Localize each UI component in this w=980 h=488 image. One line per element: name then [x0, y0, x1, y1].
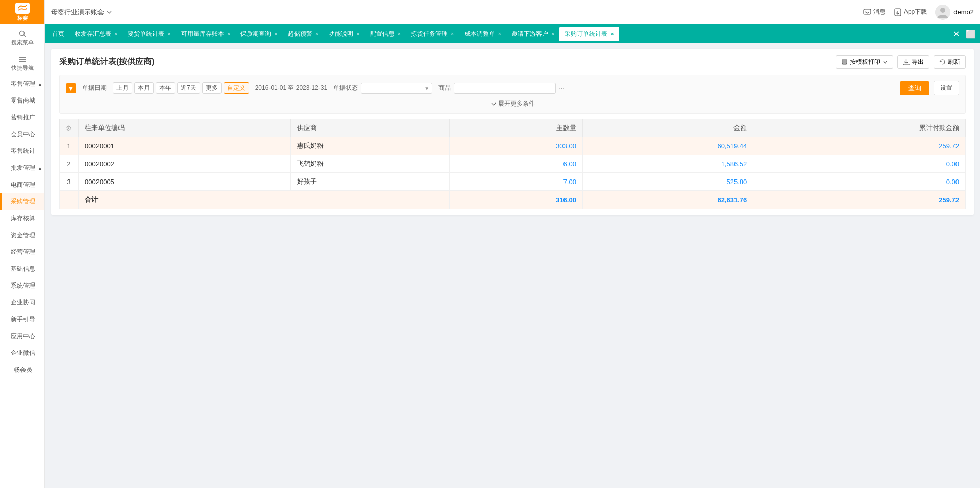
tabbar: 首页收发存汇总表×要货单统计表×可用量库存账本×保质期查询×超储预警×功能说明×…	[45, 24, 980, 43]
tab-config[interactable]: 配置信息×	[365, 27, 406, 41]
tab-home[interactable]: 首页	[47, 27, 69, 41]
expand-more-conditions-button[interactable]: 展开更多条件	[491, 99, 535, 108]
tab-close-collect[interactable]: ×	[114, 31, 117, 37]
row-amount[interactable]: 1,586.52	[582, 155, 753, 173]
sidebar-item-label-wechat: 企业微信	[11, 349, 35, 357]
sidebar-search-button[interactable]: 搜索菜单	[2, 28, 42, 48]
tab-invite[interactable]: 邀请下游客户×	[506, 27, 559, 41]
tab-expiry[interactable]: 保质期查询×	[235, 27, 282, 41]
row-paid[interactable]: 0.00	[753, 173, 966, 191]
tab-label-goods-stats: 要货单统计表	[128, 30, 164, 38]
filter-date-this-year[interactable]: 本年	[156, 82, 175, 94]
settings-button[interactable]: 设置	[934, 81, 959, 95]
goods-input-more-icon[interactable]: ···	[559, 84, 565, 92]
date-filter-label: 单据日期	[82, 84, 107, 92]
sidebar-item-appstore[interactable]: 应用中心	[0, 328, 44, 345]
tab-close-goods-stats[interactable]: ×	[167, 31, 170, 37]
tab-label-invite: 邀请下游客户	[511, 30, 548, 38]
sidebar-item-marketing[interactable]: 营销推广	[0, 109, 44, 126]
tab-task[interactable]: 拣货任务管理×	[406, 27, 459, 41]
column-settings-icon[interactable]: ⚙	[66, 124, 72, 132]
row-amount[interactable]: 525.80	[582, 173, 753, 191]
row-amount[interactable]: 60,519.44	[582, 137, 753, 155]
sidebar-item-retail-stats[interactable]: 零售统计	[0, 143, 44, 160]
tab-function[interactable]: 功能说明×	[324, 27, 364, 41]
tab-close-purchase-stats[interactable]: ×	[610, 31, 614, 37]
tab-cost[interactable]: 成本调整单×	[459, 27, 506, 41]
tab-goods-stats[interactable]: 要货单统计表×	[122, 27, 176, 41]
tab-close-overstock[interactable]: ×	[315, 31, 318, 37]
tab-close-function[interactable]: ×	[356, 31, 359, 37]
sidebar-item-purchase[interactable]: 采购管理	[0, 193, 44, 210]
close-all-tabs-button[interactable]: ✕	[951, 28, 962, 40]
export-button[interactable]: 导出	[897, 55, 929, 69]
sidebar-item-arrow-wholesale: ▲	[38, 166, 42, 171]
refresh-label: 刷新	[948, 58, 960, 66]
sidebar-item-label-enterprise: 企业协同	[11, 298, 35, 307]
tab-collect[interactable]: 收发存汇总表×	[69, 27, 122, 41]
sidebar-item-retail[interactable]: 零售管理▲	[0, 75, 44, 92]
row-paid[interactable]: 0.00	[753, 155, 966, 173]
filter-date-more[interactable]: 更多	[202, 82, 222, 94]
sidebar-item-inventory[interactable]: 库存核算	[0, 210, 44, 227]
status-filter-label: 单据状态	[333, 84, 358, 92]
tab-available-stock[interactable]: 可用量库存账本×	[176, 27, 235, 41]
topbar-message-button[interactable]: 消息	[863, 8, 886, 16]
filter-toggle-button[interactable]: ▼	[66, 83, 76, 93]
status-select[interactable]	[361, 83, 432, 94]
query-button[interactable]: 查询	[900, 81, 929, 95]
goods-filter-input[interactable]	[454, 83, 556, 94]
tab-close-task[interactable]: ×	[451, 31, 454, 37]
sidebar-item-member[interactable]: 畅会员	[0, 362, 44, 378]
print-button[interactable]: 按模板打印	[836, 55, 893, 69]
sidebar-item-operations[interactable]: 经营管理	[0, 244, 44, 261]
table-footer-row: 合计 316.00 62,631.76 259.72	[60, 191, 966, 209]
sidebar-search-section[interactable]: 搜索菜单	[0, 24, 44, 52]
tab-label-overstock: 超储预警	[288, 30, 312, 38]
sidebar-nav-button[interactable]: 快捷导航	[0, 52, 44, 75]
table-header-settings: ⚙	[60, 119, 79, 137]
tab-purchase-stats[interactable]: 采购订单统计表×	[559, 27, 619, 41]
tab-close-cost[interactable]: ×	[498, 31, 501, 37]
sidebar-item-finance[interactable]: 资金管理	[0, 227, 44, 244]
print-label: 按模板打印	[850, 58, 880, 66]
workspace-selector[interactable]: 母婴行业演示账套	[51, 8, 112, 17]
filter-expand-row: 展开更多条件	[66, 95, 959, 108]
tab-close-expiry[interactable]: ×	[274, 31, 277, 37]
export-icon	[903, 59, 910, 65]
row-qty[interactable]: 303.00	[449, 137, 582, 155]
topbar-app-download-button[interactable]: App下载	[894, 8, 927, 16]
row-qty[interactable]: 6.00	[449, 155, 582, 173]
tab-overstock[interactable]: 超储预警×	[283, 27, 324, 41]
row-code: 00020005	[79, 173, 291, 191]
filter-date-7days[interactable]: 近7天	[177, 82, 200, 94]
sidebar-item-system[interactable]: 系统管理	[0, 277, 44, 294]
maximize-button[interactable]: ⬜	[964, 28, 978, 40]
table-header-code: 往来单位编码	[79, 119, 291, 137]
sidebar-item-enterprise[interactable]: 企业协同	[0, 294, 44, 311]
sidebar-item-wechat[interactable]: 企业微信	[0, 345, 44, 362]
topbar-user-menu[interactable]: demo2	[935, 5, 974, 20]
tab-close-config[interactable]: ×	[398, 31, 401, 37]
sidebar-item-label-wholesale: 批发管理	[11, 164, 35, 172]
sidebar-item-wholesale[interactable]: 批发管理▲	[0, 160, 44, 176]
svg-line-1	[23, 35, 26, 37]
sidebar-item-retail-shop[interactable]: 零售商城	[0, 92, 44, 109]
filter-date-last-month[interactable]: 上月	[113, 82, 132, 94]
sidebar-item-members[interactable]: 会员中心	[0, 126, 44, 143]
filter-date-this-month[interactable]: 本月	[134, 82, 154, 94]
row-paid[interactable]: 259.72	[753, 137, 966, 155]
tab-close-invite[interactable]: ×	[551, 31, 554, 37]
sidebar-item-onboarding[interactable]: 新手引导	[0, 311, 44, 328]
row-qty[interactable]: 7.00	[449, 173, 582, 191]
refresh-button[interactable]: 刷新	[934, 55, 966, 69]
status-select-wrap[interactable]	[361, 83, 432, 94]
svg-rect-2	[19, 57, 26, 58]
sidebar-item-basic-info[interactable]: 基础信息	[0, 261, 44, 277]
message-icon	[863, 8, 871, 16]
tab-close-available-stock[interactable]: ×	[227, 31, 230, 37]
sidebar-item-label-retail-shop: 零售商城	[11, 96, 35, 105]
sidebar-item-ecommerce[interactable]: 电商管理	[0, 176, 44, 193]
table-header-amount: 金额	[582, 119, 753, 137]
avatar-icon	[935, 5, 950, 20]
